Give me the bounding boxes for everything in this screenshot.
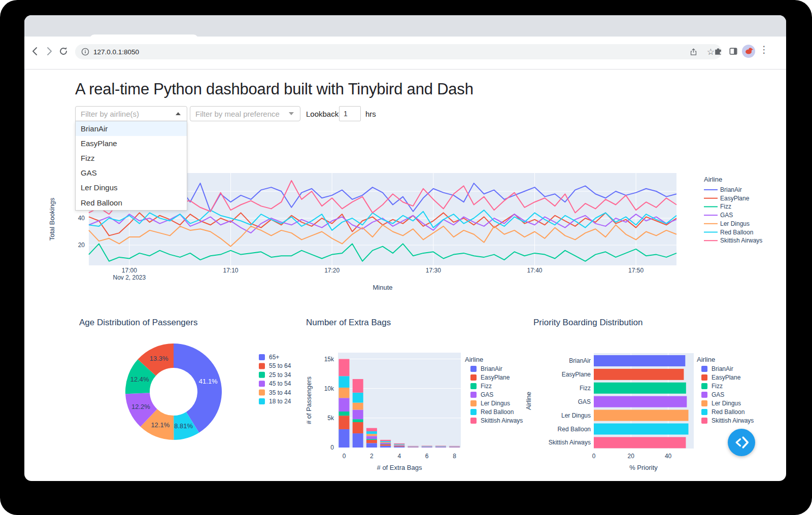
hbar-Fizz — [594, 383, 686, 394]
legend-label: Skittish Airways — [712, 417, 754, 424]
bar-segment-GAS — [353, 410, 363, 420]
legend-entry[interactable]: BrianAir — [701, 365, 733, 372]
legend-entry[interactable]: 18 to 24 — [259, 398, 291, 405]
legend-swatch — [259, 390, 265, 396]
chart-title: Age Distribution of Passengers — [79, 318, 197, 327]
dropdown-option[interactable]: Fizz — [76, 151, 187, 165]
bar-segment-Ler-Dingus — [394, 444, 404, 445]
dropdown-option[interactable]: GAS — [76, 165, 187, 180]
bar-segment-EasyPlane — [422, 447, 432, 448]
bar-segment-Skittish-Airways — [339, 359, 350, 376]
y-category-label: BrianAir — [569, 357, 591, 364]
legend-swatch — [701, 418, 707, 424]
legend-entry[interactable]: Ler Dingus — [704, 220, 750, 227]
bar-segment-BrianAir — [435, 447, 446, 448]
y-category-label: Fizz — [580, 385, 591, 392]
legend-label: 65+ — [269, 354, 279, 361]
legend-label: Fizz — [481, 383, 492, 390]
chart-title: Priority Boarding Distribution — [533, 318, 642, 327]
legend-swatch — [259, 354, 265, 360]
dropdown-option[interactable]: BrianAir — [76, 121, 187, 136]
y-tick-label: 40 — [78, 215, 85, 222]
bar-segment-EasyPlane — [435, 447, 446, 448]
bar-segment-EasyPlane — [353, 422, 363, 433]
bar-segment-Red-Balloon — [394, 444, 404, 444]
legend-entry[interactable]: EasyPlane — [704, 195, 750, 202]
legend-label: GAS — [720, 212, 733, 219]
legend-entry[interactable]: 35 to 44 — [259, 389, 291, 396]
legend-entry[interactable]: 65+ — [259, 354, 279, 361]
legend-entry[interactable]: GAS — [701, 391, 724, 398]
legend-swatch — [470, 400, 477, 406]
x-tick-label: 40 — [665, 453, 672, 460]
dropdown-option[interactable]: Red Balloon — [76, 195, 187, 210]
y-tick-label: 0 — [330, 444, 334, 451]
bar-segment-Skittish-Airways — [353, 379, 363, 393]
legend-label: BrianAir — [720, 186, 742, 193]
legend-label: 25 to 34 — [269, 371, 291, 379]
dropdown-option[interactable]: EasyPlane — [76, 136, 187, 151]
legend-label: Skittish Airways — [481, 417, 523, 424]
bar-segment-BrianAir — [422, 447, 432, 448]
legend-entry[interactable]: Red Balloon — [470, 408, 514, 416]
y-axis-title: Airline — [525, 392, 532, 410]
pie-slice-label: 12.1% — [151, 421, 170, 429]
legend-swatch — [259, 381, 265, 387]
legend-label: Red Balloon — [712, 408, 745, 416]
legend-swatch — [470, 392, 477, 398]
legend-entry[interactable]: 55 to 64 — [259, 362, 291, 369]
y-category-label: GAS — [578, 398, 591, 405]
legend-entry[interactable]: Red Balloon — [704, 229, 753, 236]
bar-segment-Ler-Dingus — [353, 403, 363, 410]
legend-swatch — [701, 392, 707, 398]
dropdown-option[interactable]: Ler Dingus — [76, 180, 187, 195]
legend-entry[interactable]: Fizz — [470, 383, 492, 390]
legend-entry[interactable]: GAS — [704, 212, 733, 219]
bar-segment-Red-Balloon — [353, 393, 363, 403]
x-tick-label: 8 — [453, 453, 456, 460]
legend-entry[interactable]: GAS — [470, 391, 493, 398]
bar-segment-BrianAir — [366, 443, 377, 448]
legend-swatch — [259, 372, 265, 378]
legend-entry[interactable]: EasyPlane — [470, 374, 510, 381]
legend-label: GAS — [712, 391, 724, 398]
bar-segment-GAS — [435, 447, 446, 447]
bar-segment-Skittish-Airways — [394, 443, 404, 444]
x-tick-label: 0 — [592, 453, 596, 460]
legend-entry[interactable]: BrianAir — [704, 186, 742, 193]
legend-entry[interactable]: Ler Dingus — [470, 400, 510, 407]
tab-strip: Dash × + ⌄ — [24, 15, 786, 37]
x-tick-label: 0 — [343, 453, 346, 460]
legend-label: Ler Dingus — [712, 400, 741, 407]
legend-entry[interactable]: 25 to 34 — [259, 371, 291, 379]
pie-slice-label: 41.1% — [199, 377, 218, 385]
hbar-GAS — [594, 396, 687, 407]
legend-entry[interactable]: Skittish Airways — [701, 417, 754, 424]
legend-entry[interactable]: Fizz — [701, 383, 723, 390]
legend-swatch — [701, 366, 707, 372]
debug-toggle-button[interactable] — [728, 429, 755, 456]
legend-label: EasyPlane — [720, 195, 750, 202]
legend-entry[interactable]: 45 to 54 — [259, 380, 291, 387]
legend-entry[interactable]: Skittish Airways — [470, 417, 523, 424]
legend-entry[interactable]: Fizz — [704, 203, 731, 210]
legend-entry[interactable]: EasyPlane — [701, 374, 741, 381]
legend-label: 18 to 24 — [269, 398, 291, 405]
pie-slice-label: 13.3% — [150, 355, 168, 362]
legend-entry[interactable]: Ler Dingus — [701, 400, 741, 407]
y-tick-label: 20 — [78, 242, 85, 249]
legend-entry[interactable]: BrianAir — [470, 365, 502, 372]
y-axis-title: Total Bookings — [48, 197, 56, 241]
y-axis-title: # of Passengers — [305, 376, 313, 424]
x-tick-label: 17:00 — [122, 267, 137, 274]
legend-swatch — [470, 383, 477, 389]
legend-entry[interactable]: Red Balloon — [701, 408, 745, 416]
bar-segment-GAS — [422, 447, 432, 447]
legend-entry[interactable]: Skittish Airways — [704, 237, 762, 244]
x-tick-label: 17:10 — [223, 267, 239, 274]
x-tick-label: 2 — [370, 453, 374, 460]
x-tick-label: 17:20 — [324, 267, 340, 274]
legend-title: Airline — [697, 356, 715, 363]
bar-segment-EasyPlane — [339, 416, 350, 429]
legend-swatch — [259, 398, 265, 404]
